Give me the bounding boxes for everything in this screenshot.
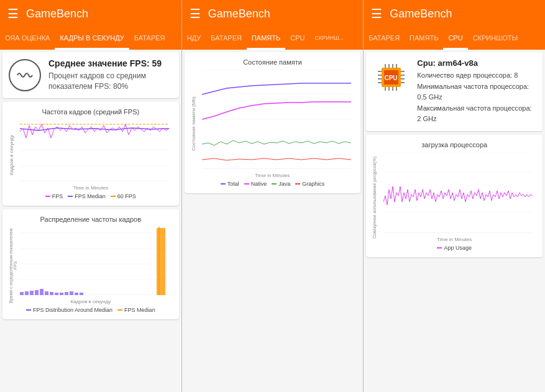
svg-rect-19 (60, 293, 63, 295)
cpu-content: CPU (364, 50, 545, 392)
fps-header: ☰ GameBench (0, 0, 181, 27)
fps-panel: ☰ GameBench ОЯА ОЦЕНКА КАДРЫ В СЕКУНДУ Б… (0, 0, 182, 392)
svg-rect-23 (80, 293, 83, 295)
cpu-spec: Количество ядер процессора: 8 Минимальна… (417, 70, 536, 125)
fps-sub-text: Процент кадров со средним показателем FP… (48, 71, 173, 92)
svg-rect-16 (45, 291, 48, 295)
tab-battery-3[interactable]: БАТАРЕЯ (364, 27, 405, 50)
memory-app-title: GameBench (208, 7, 270, 21)
tab-cpu-2[interactable]: CPU (285, 27, 309, 50)
svg-rect-13 (30, 291, 34, 295)
fps-chart-title: Частота кадров (средний FPS) (9, 108, 173, 116)
fps-dist-area: Время с определённым показателем FPS (9, 227, 173, 304)
memory-panel: ☰ GameBench НДУ БАТАРЕЯ ПАМЯТЬ CPU СКРИН… (182, 0, 364, 392)
cpu-hamburger-icon[interactable]: ☰ (371, 6, 382, 21)
fps-chart-area: Кадров в секунду (9, 119, 173, 191)
tab-battery-2[interactable]: БАТАРЕЯ (206, 27, 247, 50)
svg-rect-15 (40, 289, 44, 295)
memory-y-label: Состояние памяти (Mb) (191, 70, 196, 178)
tab-memory[interactable]: ПАМЯТЬ (247, 27, 285, 50)
cpu-panel: ☰ GameBench БАТАРЕЯ ПАМЯТЬ CPU СКРИНШОТЫ (364, 0, 545, 392)
cpu-chart-card: загрузка процессора Совокупное использов… (366, 135, 543, 257)
memory-chart-title: Состояние памяти (191, 58, 355, 66)
memory-header: ☰ GameBench (182, 0, 364, 27)
fps-y-label: Кадров в секунду (9, 119, 14, 191)
legend-total: Total (221, 181, 239, 187)
fps-dist-title: Распределение частоты кадров (9, 216, 173, 223)
memory-x-label: Time in Minutes (191, 173, 355, 178)
svg-rect-24 (157, 228, 165, 295)
cpu-info-card: CPU (366, 52, 543, 131)
legend-fps-median: FPS Median (68, 193, 106, 199)
svg-rect-22 (75, 293, 78, 295)
cpu-chart-area: Совокупное использование ресурсов(%) 0 2… (372, 152, 536, 242)
memory-hamburger-icon[interactable]: ☰ (190, 6, 201, 21)
fps-dist-x-label: Кадров в секунду (9, 299, 173, 304)
cpu-name: Cpu: arm64-v8a (417, 58, 536, 68)
svg-rect-17 (50, 292, 53, 295)
svg-rect-11 (20, 292, 24, 295)
cpu-chart-title: загрузка процессора (372, 141, 536, 148)
legend-app-usage: App Usage (437, 245, 472, 251)
cpu-header: ☰ GameBench (364, 0, 545, 27)
svg-rect-12 (25, 291, 29, 295)
memory-tabs: НДУ БАТАРЕЯ ПАМЯТЬ CPU СКРИНШ... (182, 27, 364, 50)
legend-native: Native (244, 181, 267, 187)
memory-chart-area: Состояние памяти (Mb) 0 250 500 (191, 70, 355, 178)
memory-chart-card: Состояние памяти Состояние памяти (Mb) 0 (185, 52, 361, 193)
tab-battery-1[interactable]: БАТАРЕЯ (129, 27, 170, 50)
fps-chart-card: Частота кадров (средний FPS) Кадров в се… (2, 102, 179, 206)
svg-text:CPU: CPU (384, 75, 397, 81)
fps-main-text: Среднее значение FPS: 59 (48, 58, 173, 68)
tab-overall[interactable]: ОЯА ОЦЕНКА (0, 27, 55, 50)
tab-memory-3[interactable]: ПАМЯТЬ (405, 27, 443, 50)
tab-ndu[interactable]: НДУ (182, 27, 206, 50)
svg-rect-18 (55, 293, 58, 295)
tab-screenshots-3[interactable]: СКРИНШОТЫ (468, 27, 523, 50)
cpu-app-title: GameBench (390, 7, 452, 21)
fps-content: Среднее значение FPS: 59 Процент кадров … (0, 50, 181, 392)
svg-rect-14 (35, 290, 39, 295)
tab-cpu-3[interactable]: CPU (443, 27, 467, 50)
fps-legend: FPS FPS Median 60 FPS (9, 193, 173, 199)
fps-x-label: Time in Minutes (9, 185, 173, 191)
fps-summary-card: Среднее значение FPS: 59 Процент кадров … (2, 52, 179, 98)
legend-java: Java (272, 181, 290, 187)
legend-60fps: 60 FPS (111, 193, 136, 199)
svg-rect-21 (70, 291, 73, 295)
fps-dist-legend: FPS Distribution Around Median FPS Media… (9, 307, 173, 313)
tab-screenshots-2[interactable]: СКРИНШ... (309, 27, 348, 50)
legend-graphics: Graphics (295, 181, 324, 187)
fps-tabs: ОЯА ОЦЕНКА КАДРЫ В СЕКУНДУ БАТАРЕЯ (0, 27, 181, 50)
hamburger-icon[interactable]: ☰ (7, 6, 19, 21)
memory-legend: Total Native Java Graphics (191, 181, 355, 187)
fps-dist-y-label: Время с определённым показателем FPS (9, 227, 17, 304)
fps-text-block: Среднее значение FPS: 59 Процент кадров … (48, 58, 173, 92)
cpu-details: Cpu: arm64-v8a Количество ядер процессор… (417, 58, 536, 125)
legend-dist-median: FPS Median (117, 307, 155, 313)
legend-fps: FPS (45, 193, 63, 199)
cpu-y-label: Совокупное использование ресурсов(%) (372, 152, 377, 242)
svg-rect-20 (65, 292, 68, 295)
main-container: ☰ GameBench ОЯА ОЦЕНКА КАДРЫ В СЕКУНДУ Б… (0, 0, 545, 392)
memory-content: Состояние памяти Состояние памяти (Mb) 0 (182, 50, 364, 392)
cpu-x-label: Time in Minutes (372, 237, 536, 242)
cpu-tabs: БАТАРЕЯ ПАМЯТЬ CPU СКРИНШОТЫ (364, 27, 545, 50)
cpu-legend: App Usage (372, 245, 536, 251)
fps-dist-card: Распределение частоты кадров Время с опр… (2, 209, 179, 319)
legend-dist: FPS Distribution Around Median (26, 307, 112, 313)
tab-fps[interactable]: КАДРЫ В СЕКУНДУ (55, 27, 129, 50)
cpu-chip-icon: CPU (372, 58, 410, 96)
fps-app-title: GameBench (26, 7, 88, 21)
fps-wave-icon (9, 59, 41, 91)
